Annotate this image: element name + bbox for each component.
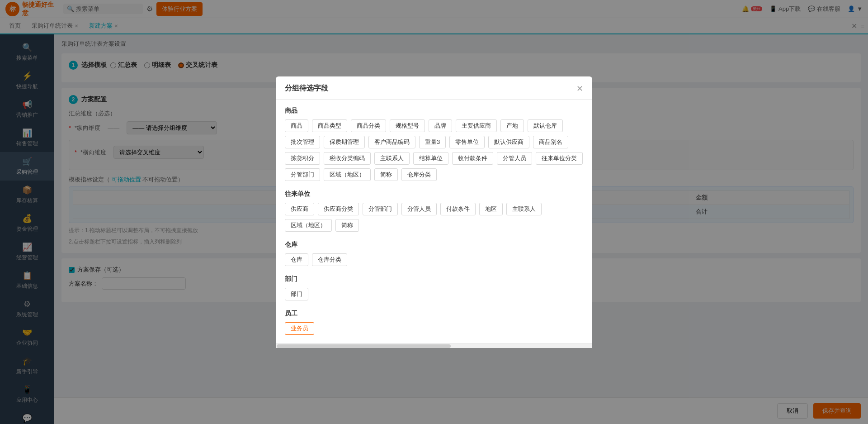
tag-group-department: 部门	[285, 288, 583, 300]
tag-product-18[interactable]: 结算单位	[413, 152, 448, 165]
tag-department-0[interactable]: 部门	[285, 288, 308, 300]
tag-partner-5[interactable]: 地区	[479, 203, 503, 215]
tag-product-20[interactable]: 分管人员	[497, 152, 532, 165]
tag-partner-8[interactable]: 简称	[335, 219, 359, 232]
modal-overlay: 分组待选字段 ✕ 商品商品商品类型商品分类规格型号品牌主要供应商产地默认仓库批次…	[0, 0, 868, 424]
modal: 分组待选字段 ✕ 商品商品商品类型商品分类规格型号品牌主要供应商产地默认仓库批次…	[276, 76, 592, 348]
tag-product-8[interactable]: 批次管理	[285, 136, 320, 148]
tag-group-warehouse: 仓库仓库分类	[285, 253, 583, 266]
modal-hscroll[interactable]	[276, 343, 592, 348]
tag-product-6[interactable]: 产地	[500, 119, 524, 132]
tag-product-9[interactable]: 保质期管理	[324, 136, 365, 148]
tag-partner-6[interactable]: 主联系人	[506, 203, 542, 215]
tag-group-product: 商品商品类型商品分类规格型号品牌主要供应商产地默认仓库批次管理保质期管理客户商品…	[285, 119, 583, 181]
tag-product-4[interactable]: 品牌	[429, 119, 452, 132]
tag-product-15[interactable]: 拣货积分	[285, 152, 320, 165]
tag-product-12[interactable]: 零售单位	[449, 136, 485, 148]
tag-group-employee: 业务员	[285, 322, 583, 335]
tag-product-22[interactable]: 分管部门	[285, 168, 320, 181]
tag-group-partner: 供应商供应商分类分管部门分管人员付款条件地区主联系人区域（地区）简称	[285, 203, 583, 232]
modal-section-department: 部门部门	[285, 275, 583, 300]
modal-section-employee: 员工业务员	[285, 310, 583, 335]
modal-section-product: 商品商品商品类型商品分类规格型号品牌主要供应商产地默认仓库批次管理保质期管理客户…	[285, 107, 583, 181]
tag-product-21[interactable]: 往来单位分类	[536, 152, 583, 165]
modal-section-title-partner: 往来单位	[285, 190, 583, 198]
tag-product-11[interactable]: 重量3	[419, 136, 446, 148]
modal-section-partner: 往来单位供应商供应商分类分管部门分管人员付款条件地区主联系人区域（地区）简称	[285, 190, 583, 232]
tag-product-1[interactable]: 商品类型	[312, 119, 347, 132]
tag-product-23[interactable]: 区域（地区）	[324, 168, 371, 181]
tag-product-2[interactable]: 商品分类	[351, 119, 386, 132]
tag-partner-2[interactable]: 分管部门	[363, 203, 398, 215]
tag-partner-1[interactable]: 供应商分类	[318, 203, 359, 215]
tag-partner-4[interactable]: 付款条件	[440, 203, 476, 215]
modal-section-title-employee: 员工	[285, 310, 583, 318]
tag-warehouse-1[interactable]: 仓库分类	[312, 253, 347, 266]
tag-partner-7[interactable]: 区域（地区）	[285, 219, 332, 232]
tag-partner-3[interactable]: 分管人员	[401, 203, 437, 215]
modal-section-title-department: 部门	[285, 275, 583, 283]
tag-product-13[interactable]: 默认供应商	[488, 136, 529, 148]
modal-body: 商品商品商品类型商品分类规格型号品牌主要供应商产地默认仓库批次管理保质期管理客户…	[276, 100, 592, 343]
tag-product-19[interactable]: 收付款条件	[452, 152, 493, 165]
modal-close-button[interactable]: ✕	[576, 84, 583, 94]
tag-product-17[interactable]: 主联系人	[374, 152, 410, 165]
modal-section-title-warehouse: 仓库	[285, 241, 583, 249]
tag-partner-0[interactable]: 供应商	[285, 203, 314, 215]
tag-warehouse-0[interactable]: 仓库	[285, 253, 308, 266]
tag-product-7[interactable]: 默认仓库	[528, 119, 563, 132]
tag-product-3[interactable]: 规格型号	[390, 119, 425, 132]
tag-employee-0[interactable]: 业务员	[285, 322, 314, 335]
tag-product-10[interactable]: 客户商品编码	[368, 136, 415, 148]
tag-product-5[interactable]: 主要供应商	[456, 119, 497, 132]
tag-product-14[interactable]: 商品别名	[533, 136, 568, 148]
modal-section-title-product: 商品	[285, 107, 583, 115]
tag-product-16[interactable]: 税收分类编码	[324, 152, 371, 165]
tag-product-25[interactable]: 仓库分类	[401, 168, 437, 181]
hscroll-thumb	[277, 344, 451, 348]
tag-product-24[interactable]: 简称	[374, 168, 398, 181]
tag-product-0[interactable]: 商品	[285, 119, 308, 132]
modal-section-warehouse: 仓库仓库仓库分类	[285, 241, 583, 266]
modal-title: 分组待选字段	[285, 84, 328, 93]
modal-header: 分组待选字段 ✕	[276, 76, 592, 100]
